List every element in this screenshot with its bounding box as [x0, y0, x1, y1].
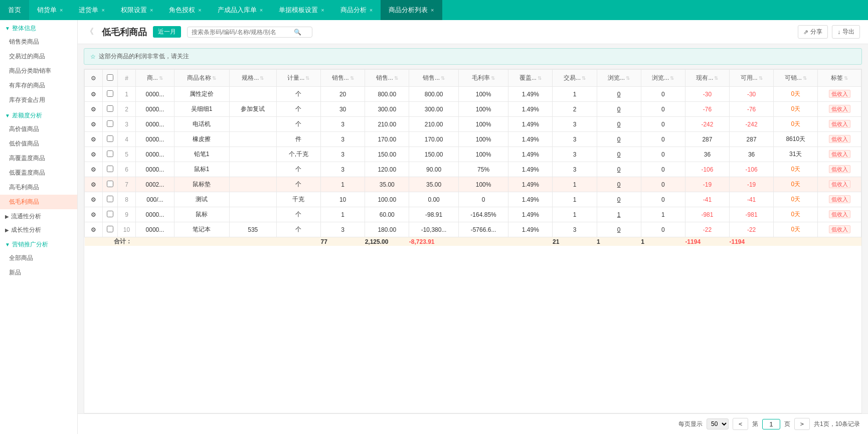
close-icon[interactable]: × [431, 7, 434, 13]
sidebar-item-high-margin[interactable]: 高毛利商品 [0, 180, 77, 195]
sidebar-item-category-rate[interactable]: 商品分类助销率 [0, 64, 77, 78]
row-checkbox[interactable] [103, 147, 118, 162]
row-select-checkbox[interactable] [107, 196, 113, 202]
sidebar-item-stock-goods[interactable]: 有库存的商品 [0, 78, 77, 93]
row-select-checkbox[interactable] [107, 120, 113, 127]
col-available[interactable]: 可用...⇅ [730, 70, 774, 87]
prev-page-button[interactable]: ＜ [733, 418, 748, 430]
col-settings[interactable]: ⚙ [85, 70, 103, 87]
row-checkbox[interactable] [103, 102, 118, 117]
row-checkbox[interactable] [103, 87, 118, 102]
row-settings[interactable]: ⚙ [85, 192, 103, 207]
sidebar-group-overall[interactable]: ▼ 整体信息 [0, 20, 77, 35]
sidebar-item-low-coverage[interactable]: 低覆盖度商品 [0, 166, 77, 180]
row-select-checkbox[interactable] [107, 211, 113, 217]
row-checkbox[interactable] [103, 132, 118, 147]
row-browse1[interactable]: 0 [597, 132, 641, 147]
row-checkbox[interactable] [103, 222, 118, 237]
sidebar-item-low-margin[interactable]: 低毛利商品 [0, 195, 77, 209]
row-settings[interactable]: ⚙ [85, 132, 103, 147]
row-checkbox[interactable] [103, 207, 118, 222]
col-sellable[interactable]: 可销...⇅ [774, 70, 818, 87]
row-browse1[interactable]: 0 [597, 87, 641, 102]
row-select-checkbox[interactable] [107, 105, 113, 112]
row-browse1[interactable]: 0 [597, 162, 641, 177]
sidebar-item-high-value[interactable]: 高价值商品 [0, 122, 77, 136]
nav-role-auth[interactable]: 角色授权 × [161, 0, 209, 20]
col-name[interactable]: 商品名称⇅ [174, 70, 229, 87]
row-settings[interactable]: ⚙ [85, 177, 103, 192]
row-settings[interactable]: ⚙ [85, 147, 103, 162]
col-browse1[interactable]: 浏览...⇅ [597, 70, 641, 87]
close-icon[interactable]: × [370, 7, 373, 13]
row-browse1[interactable]: 0 [597, 192, 641, 207]
col-sales-qty[interactable]: 销售...⇅ [321, 70, 365, 87]
nav-home[interactable]: 首页 [0, 0, 29, 20]
row-browse1[interactable]: 0 [597, 222, 641, 237]
row-settings[interactable]: ⚙ [85, 207, 103, 222]
select-all-checkbox[interactable] [107, 74, 113, 81]
nav-permissions[interactable]: 权限设置 × [113, 0, 161, 20]
nav-product-analysis-list[interactable]: 商品分析列表 × [381, 0, 442, 20]
row-select-checkbox[interactable] [107, 181, 113, 187]
close-icon[interactable]: × [101, 7, 104, 13]
row-checkbox[interactable] [103, 162, 118, 177]
date-range-button[interactable]: 近一月 [153, 26, 181, 38]
sidebar-item-all-goods[interactable]: 全部商品 [0, 251, 77, 265]
nav-product-analysis[interactable]: 商品分析 × [332, 0, 381, 20]
search-input[interactable] [192, 29, 292, 36]
col-current-stock[interactable]: 现有...⇅ [685, 70, 729, 87]
col-sales-price[interactable]: 销售...⇅ [365, 70, 409, 87]
nav-template-settings[interactable]: 单据模板设置 × [271, 0, 332, 20]
row-browse1[interactable]: 1 [597, 207, 641, 222]
sidebar-item-new-goods[interactable]: 新品 [0, 265, 77, 280]
col-sales-amount[interactable]: 销售...⇅ [409, 70, 458, 87]
col-browse2[interactable]: 浏览...⇅ [641, 70, 685, 87]
col-checkbox-all[interactable] [103, 70, 118, 87]
export-button[interactable]: ↓ 导出 [832, 25, 860, 39]
col-tag[interactable]: 标签⇅ [818, 70, 861, 87]
row-browse1[interactable]: 0 [597, 147, 641, 162]
row-checkbox[interactable] [103, 192, 118, 207]
row-settings[interactable]: ⚙ [85, 162, 103, 177]
row-checkbox[interactable] [103, 117, 118, 132]
sidebar-group-margin[interactable]: ▼ 差额度分析 [0, 107, 77, 122]
sidebar-group-marketing[interactable]: ▼ 营销推广分析 [0, 236, 77, 251]
col-cover-rate[interactable]: 覆盖...⇅ [508, 70, 553, 87]
close-icon[interactable]: × [60, 7, 63, 13]
nav-product-in[interactable]: 产成品入库单 × [210, 0, 271, 20]
col-trade[interactable]: 交易...⇅ [553, 70, 597, 87]
close-icon[interactable]: × [150, 7, 153, 13]
row-settings[interactable]: ⚙ [85, 222, 103, 237]
sidebar-group-growth[interactable]: ▶ 成长性分析 [0, 223, 77, 236]
row-settings[interactable]: ⚙ [85, 102, 103, 117]
sidebar-item-low-value[interactable]: 低价值商品 [0, 136, 77, 151]
row-browse1[interactable]: 0 [597, 177, 641, 192]
col-spec[interactable]: 规格...⇅ [229, 70, 276, 87]
row-select-checkbox[interactable] [107, 166, 113, 172]
row-browse1[interactable]: 0 [597, 117, 641, 132]
row-settings[interactable]: ⚙ [85, 87, 103, 102]
page-size-select[interactable]: 50 [707, 418, 729, 429]
row-checkbox[interactable] [103, 177, 118, 192]
close-icon[interactable]: × [260, 7, 263, 13]
collapse-sidebar-button[interactable]: 《 [86, 27, 94, 37]
sidebar-item-traded-goods[interactable]: 交易过的商品 [0, 49, 77, 64]
share-button[interactable]: ⇗ 分享 [798, 25, 828, 39]
nav-sales[interactable]: 销货单 × [29, 0, 71, 20]
col-code[interactable]: 商...⇅ [136, 70, 175, 87]
row-browse1[interactable]: 0 [597, 102, 641, 117]
sidebar-item-stock-capital[interactable]: 库存资金占用 [0, 93, 77, 107]
row-select-checkbox[interactable] [107, 90, 113, 97]
col-unit[interactable]: 计量...⇅ [276, 70, 320, 87]
row-select-checkbox[interactable] [107, 135, 113, 142]
nav-purchase[interactable]: 进货单 × [71, 0, 112, 20]
close-icon[interactable]: × [198, 7, 201, 13]
sidebar-group-circulation[interactable]: ▶ 流通性分析 [0, 209, 77, 223]
row-settings[interactable]: ⚙ [85, 117, 103, 132]
row-select-checkbox[interactable] [107, 226, 113, 232]
page-number-input[interactable] [762, 419, 780, 429]
sidebar-item-high-coverage[interactable]: 高覆盖度商品 [0, 151, 77, 166]
sidebar-item-sales-goods[interactable]: 销售类商品 [0, 35, 77, 49]
row-select-checkbox[interactable] [107, 151, 113, 157]
